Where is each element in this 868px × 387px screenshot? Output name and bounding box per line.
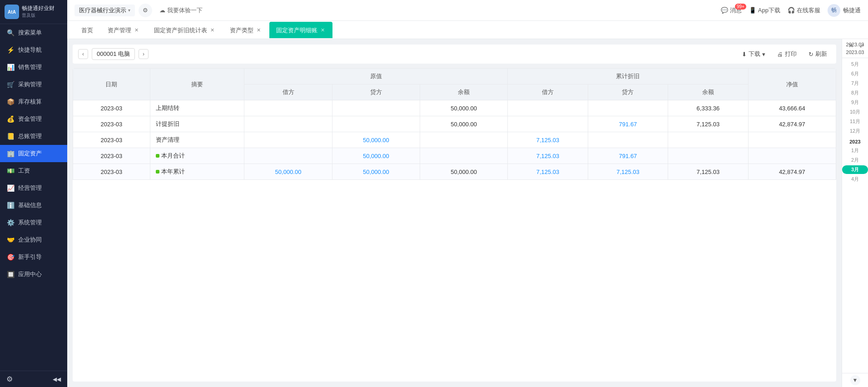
inventory-icon: 📦: [6, 98, 15, 106]
dropdown-arrow-icon: ▾: [762, 51, 765, 58]
sidebar-item-salary[interactable]: 💵工资: [0, 162, 67, 179]
sidebar-item-funds[interactable]: 💰资金管理: [0, 110, 67, 128]
settings-icon[interactable]: ⚙: [6, 375, 13, 383]
cell-acc-credit: 791.67: [588, 148, 668, 164]
sidebar-item-enterprise[interactable]: 🤝企业协同: [0, 231, 67, 248]
sidebar-item-label: 基础信息: [18, 201, 42, 209]
sidebar-item-label: 固定资产: [18, 149, 42, 158]
sidebar-item-base-info[interactable]: ℹ️基础信息: [0, 197, 67, 214]
cell-net-value: [748, 132, 836, 148]
close-panel-button[interactable]: ✕: [846, 41, 855, 50]
sidebar-item-system[interactable]: ⚙️系统管理: [0, 214, 67, 231]
cell-summary: 计提折旧: [150, 116, 244, 132]
timeline-month-3月[interactable]: 3月: [842, 165, 868, 174]
timeline-month-5月[interactable]: 5月: [842, 60, 868, 69]
cell-date: 2023-03: [73, 132, 150, 148]
timeline-month-12月[interactable]: 12月: [842, 127, 868, 135]
cell-acc-balance: [668, 132, 748, 148]
col-acc-balance: 余额: [668, 84, 748, 100]
col-date: 日期: [73, 69, 150, 100]
col-acc-credit: 贷方: [588, 84, 668, 100]
topbar-right: 💬 消息 99+ 📱 App下载 🎧 在线客服 畅 畅捷通: [721, 4, 861, 17]
cell-summary: 上期结转: [150, 100, 244, 116]
tab-asset-types[interactable]: 资产类型✕: [223, 22, 268, 38]
tab-depreciation-stats[interactable]: 固定资产折旧统计表✕: [147, 22, 222, 38]
asset-ledger-table: 日期 摘要 原值 累计折旧 净值 借方 贷方 余额 借方 贷方 余额: [73, 68, 836, 382]
tab-close-depreciation-stats[interactable]: ✕: [209, 27, 215, 34]
sidebar-item-quick-nav[interactable]: ⚡快捷导航: [0, 41, 67, 59]
sidebar-item-fixed-assets[interactable]: 🏢固定资产: [0, 145, 67, 162]
logo-icon: AtA: [5, 5, 19, 19]
sidebar-item-ledger[interactable]: 📒总账管理: [0, 128, 67, 145]
cell-acc-balance: 7,125.03: [668, 164, 748, 180]
tab-close-asset-types[interactable]: ✕: [255, 27, 262, 34]
cell-acc-credit: [588, 100, 668, 116]
timeline-month-6月[interactable]: 6月: [842, 69, 868, 78]
experience-button[interactable]: ☁ 我要体验一下: [159, 6, 203, 15]
topbar-left: 医疗器械行业演示 ▾ ⚙ ☁ 我要体验一下: [74, 4, 715, 17]
timeline-month-7月[interactable]: 7月: [842, 79, 868, 88]
sidebar-item-label: 新手引导: [18, 253, 42, 261]
cell-orig-debit: [244, 148, 332, 164]
cell-orig-balance: [420, 132, 508, 148]
tab-close-asset-mgmt[interactable]: ✕: [133, 27, 139, 34]
sidebar-item-app-center[interactable]: 🔲应用中心: [0, 266, 67, 283]
prev-asset-button[interactable]: ‹: [78, 49, 88, 59]
sidebar-item-label: 工资: [18, 167, 30, 175]
refresh-button[interactable]: ↻ 刷新: [805, 48, 831, 60]
timeline-panel: ✕ ⤢ 2023.03 2023.03 5月6月7月8月9月10月11月12月2…: [842, 39, 868, 387]
download-button[interactable]: ⬇ 下载 ▾: [738, 48, 769, 60]
sidebar-item-label: 快捷导航: [18, 46, 42, 54]
cell-acc-balance: 7,125.03: [668, 116, 748, 132]
timeline-month-8月[interactable]: 8月: [842, 89, 868, 97]
sidebar-item-search[interactable]: 🔍搜索菜单: [0, 24, 67, 41]
timeline-month-11月[interactable]: 11月: [842, 117, 868, 126]
search-icon: 🔍: [6, 29, 15, 37]
topbar-settings-button[interactable]: ⚙: [139, 4, 152, 17]
sidebar-item-label: 应用中心: [18, 270, 42, 278]
sidebar-item-label: 资金管理: [18, 115, 42, 123]
print-button[interactable]: 🖨 打印: [774, 48, 800, 60]
col-acc-debit: 借方: [508, 84, 588, 100]
messages-button[interactable]: 💬 消息 99+: [721, 6, 742, 15]
sidebar-item-purchase[interactable]: 🛒采购管理: [0, 76, 67, 93]
company-select[interactable]: 医疗器械行业演示 ▾: [74, 5, 135, 16]
sidebar-item-operations[interactable]: 📈经营管理: [0, 179, 67, 197]
cell-date: 2023-03: [73, 116, 150, 132]
user-menu[interactable]: 畅 畅捷通: [828, 4, 861, 17]
sidebar-item-guide[interactable]: 🎯新手引导: [0, 248, 67, 266]
sidebar-item-label: 企业协同: [18, 236, 42, 244]
tabs-bar: 首页资产管理✕固定资产折旧统计表✕资产类型✕固定资产明细账✕: [67, 21, 868, 39]
timeline-body: 5月6月7月8月9月10月11月12月20231月2月3月4月: [842, 58, 868, 373]
sidebar-item-inventory[interactable]: 📦库存核算: [0, 93, 67, 110]
cell-date: 2023-03: [73, 148, 150, 164]
tab-asset-mgmt[interactable]: 资产管理✕: [101, 22, 146, 38]
sidebar-item-label: 采购管理: [18, 80, 42, 89]
expand-panel-button[interactable]: ⤢: [857, 41, 866, 50]
tab-asset-ledger[interactable]: 固定资产明细账✕: [269, 22, 332, 38]
timeline-month-10月[interactable]: 10月: [842, 108, 868, 116]
funds-icon: 💰: [6, 115, 15, 123]
cell-acc-balance: 6,333.36: [668, 100, 748, 116]
purchase-icon: 🛒: [6, 80, 15, 89]
cell-orig-credit: [332, 116, 420, 132]
refresh-icon: ↻: [808, 51, 813, 58]
sidebar-item-sales[interactable]: 📊销售管理: [0, 59, 67, 76]
panel-controls: ✕ ⤢: [846, 41, 866, 50]
timeline-month-2月[interactable]: 2月: [842, 156, 868, 164]
collapse-icon[interactable]: ◀◀: [53, 376, 61, 382]
app-download-button[interactable]: 📱 App下载: [749, 6, 780, 15]
next-asset-button[interactable]: ›: [139, 49, 149, 59]
customer-service-button[interactable]: 🎧 在线客服: [788, 6, 820, 15]
timeline-month-1月[interactable]: 1月: [842, 146, 868, 155]
tab-home[interactable]: 首页: [74, 22, 100, 38]
chevron-down-icon: ▾: [128, 8, 130, 13]
timeline-month-9月[interactable]: 9月: [842, 98, 868, 107]
cloud-icon: ☁: [159, 7, 165, 14]
col-net-value: 净值: [748, 69, 836, 100]
avatar: 畅: [828, 4, 840, 17]
timeline-scroll-down-button[interactable]: ▼: [850, 375, 860, 385]
tab-close-asset-ledger[interactable]: ✕: [319, 27, 326, 34]
timeline-month-4月[interactable]: 4月: [842, 175, 868, 184]
cell-acc-debit: 7,125.03: [508, 164, 588, 180]
